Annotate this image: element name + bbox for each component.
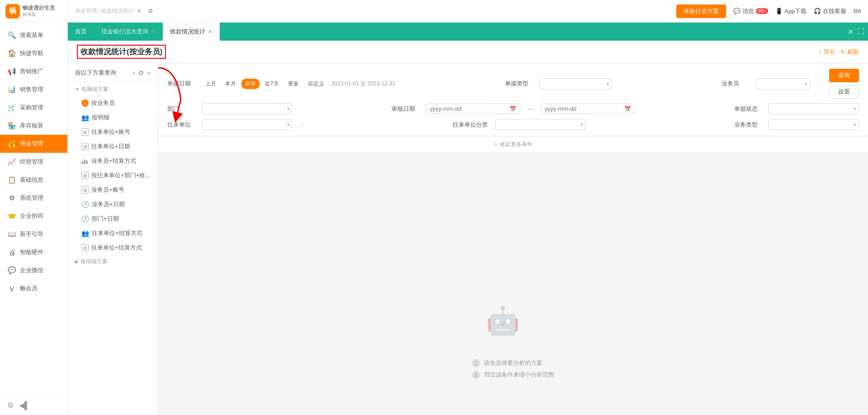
from-unit-class-select-wrapper [495,119,585,130]
scheme-item-unit-acct[interactable]: ▦ 往来单位+账号 [68,125,158,139]
scheme-item-salesman-settle[interactable]: 业务员+结算方式 [68,154,158,168]
scheme-settings-btn[interactable]: ⚙ [138,69,144,76]
from-unit-class-label: 往来单位分类 [453,121,488,129]
refresh-icon: ↻ [840,48,845,55]
nav-marketing[interactable]: 📢 营销推广 [0,62,67,80]
close-window-icon[interactable]: ✕ [848,28,854,36]
salesman-select[interactable] [756,78,810,90]
breadcrumb: 资金管理 / 收款情况统计 [75,7,134,15]
nav-newbie[interactable]: 📖 新手引导 [0,225,67,243]
trial-btn[interactable]: 体验行业方案 [676,5,726,18]
scheme-item-unit-acct-label: 往来单位+账号 [91,128,130,136]
right-panel: 单据日期 上月 本月 本年 近7天 更多 自定义 2023-01-01 至 20… [158,63,868,415]
vip-icon: V [7,284,16,293]
collapse-bar[interactable]: ∧ 收起更多条件 [158,137,868,152]
tree-section-pc[interactable]: ▼ 电脑端方案 [68,83,158,96]
tab-bank-flow-label: 现金银行流水查询 [101,28,148,36]
scheme-item-salesman-acct[interactable]: ▦ 业务员+账号 [68,183,158,197]
collapse-panel-btn[interactable]: « [147,69,151,76]
dept-select[interactable] [202,103,292,114]
review-date-start-input[interactable] [430,105,506,112]
nav-enterprise[interactable]: 🤝 企业协同 [0,207,67,225]
salesman-acct-icon: ▦ [81,186,89,193]
nav-purchase[interactable]: 🛒 采购管理 [0,99,67,117]
collapse-sidebar-icon[interactable]: ◀▌ [19,401,29,410]
purchase-icon: 🛒 [7,103,16,112]
online-service-btn[interactable]: 🎧 在线客服 [814,7,846,15]
maximize-window-icon[interactable]: ⛶ [857,28,864,36]
tree-section-mobile[interactable]: ▶ 移动端方案 [68,255,158,268]
tip-2-text: 用过滤条件来缩小分析范围 [484,371,554,379]
nav-operations[interactable]: 📈 经营管理 [0,153,67,171]
date-tab-more[interactable]: 更多 [284,79,302,89]
review-date-start[interactable]: 📅 [426,104,520,114]
nav-sales[interactable]: 📊 销售管理 [0,80,67,99]
query-btn[interactable]: 查询 [829,69,859,82]
header-dropdown-icon[interactable]: ▾ [137,8,141,14]
empty-tip-2: 2 用过滤条件来缩小分析范围 [472,371,554,379]
user-avatar[interactable]: Rit [854,8,861,14]
export-btn[interactable]: ↑ 导出 [819,48,835,56]
scheme-item-dept-date[interactable]: 🕐 部门+日期 [68,212,158,226]
from-unit-class-select[interactable] [495,119,585,130]
scheme-item-detail[interactable]: 👥 按明细 [68,110,158,125]
enterprise-icon: 🤝 [7,212,16,221]
refresh-btn[interactable]: ↻ 刷新 [840,48,859,56]
nav-base-info[interactable]: 📋 基础信息 [0,171,67,189]
biz-type-select[interactable] [769,119,859,130]
scheme-item-salesman-label: 按业务员 [91,99,115,107]
from-unit-select[interactable] [202,119,292,130]
sales-icon: 📊 [7,85,16,94]
set-btn[interactable]: 设置 [829,85,859,99]
scheme-item-unit-settle1-label: 往来单位+结算方式 [92,229,142,237]
settings-bottom-icon[interactable]: ⚙ [7,401,14,410]
nav-wechat[interactable]: 💬 企业微信 [0,261,67,279]
nav-search-menu[interactable]: 🔍 搜索菜单 [0,26,67,44]
nav-inventory[interactable]: 🏪 库存核算 [0,117,67,135]
tip-num-2: 2 [472,371,480,379]
empty-tip-1: 1 请先选择要分析的方案 [472,359,554,367]
add-scheme-btn[interactable]: + [132,69,136,76]
scheme-item-unit-date[interactable]: ▦ 往来单位+日期 [68,139,158,154]
date-tab-this-month[interactable]: 本月 [222,79,240,89]
review-date-end-input[interactable] [545,105,621,112]
calendar-end-icon[interactable]: 📅 [624,106,631,112]
tab-collection-stat[interactable]: 收款情况统计 ✕ [163,23,220,41]
order-type-select[interactable] [539,78,612,90]
date-tab-last-month[interactable]: 上月 [202,79,220,89]
refresh-label: 刷新 [847,48,859,56]
scheme-item-unit-settle2[interactable]: ▦ 往来单位+结算方式 [68,241,158,255]
tab-bank-flow-close[interactable]: ✕ [151,28,156,35]
order-status-select[interactable] [769,103,859,114]
nav-vip[interactable]: V 畅会员 [0,279,67,297]
tab-collection-stat-label: 收款情况统计 [170,28,205,36]
date-tab-this-year[interactable]: 本年 [241,79,259,89]
date-dash: — [528,105,533,112]
message-btn[interactable]: 💬 消息 99+ [733,7,768,15]
app-download-btn[interactable]: 📱 App下载 [775,7,807,15]
from-unit-more-btn[interactable]: ··· [299,122,304,128]
tab-bar: 首页 现金银行流水查询 ✕ 收款情况统计 ✕ ✕ ⛶ [68,23,868,41]
robot-icon: 🤖 [486,305,540,337]
nav-finance[interactable]: 💰 资金管理 [0,135,67,153]
header-gear-icon[interactable]: ⚙ [148,8,153,14]
salesman-more-btn[interactable]: ··· [817,80,822,87]
calendar-start-icon[interactable]: 📅 [509,106,516,112]
tab-bank-flow[interactable]: 现金银行流水查询 ✕ [94,23,163,41]
scheme-item-salesman[interactable]: 人 按业务员 [68,96,158,110]
review-date-end[interactable]: 📅 [541,104,635,114]
scheme-item-unit-settle1[interactable]: 👥 往来单位+结算方式 [68,226,158,241]
nav-smart-hw[interactable]: 🖨 智能硬件 [0,243,67,261]
tab-collection-stat-close[interactable]: ✕ [208,28,212,35]
scheme-item-salesman-date[interactable]: 🕐 业务员+日期 [68,197,158,212]
nav-operations-label: 经营管理 [20,158,43,166]
nav-system[interactable]: ⚙ 系统管理 [0,189,67,207]
date-tab-7days[interactable]: 近7天 [261,79,283,89]
date-tab-custom[interactable]: 自定义 [304,79,328,89]
nav-items: 🔍 搜索菜单 🏠 快捷导航 📢 营销推广 📊 销售管理 🛒 采购管理 🏪 库存核… [0,23,67,395]
dept-select-wrapper [202,103,292,114]
tab-home[interactable]: 首页 [68,23,94,41]
logo-icon: 畅 [5,4,20,19]
scheme-item-unit-dept[interactable]: ▦ 按往来单位+部门+收... [68,168,158,183]
nav-quick-nav[interactable]: 🏠 快捷导航 [0,44,67,62]
